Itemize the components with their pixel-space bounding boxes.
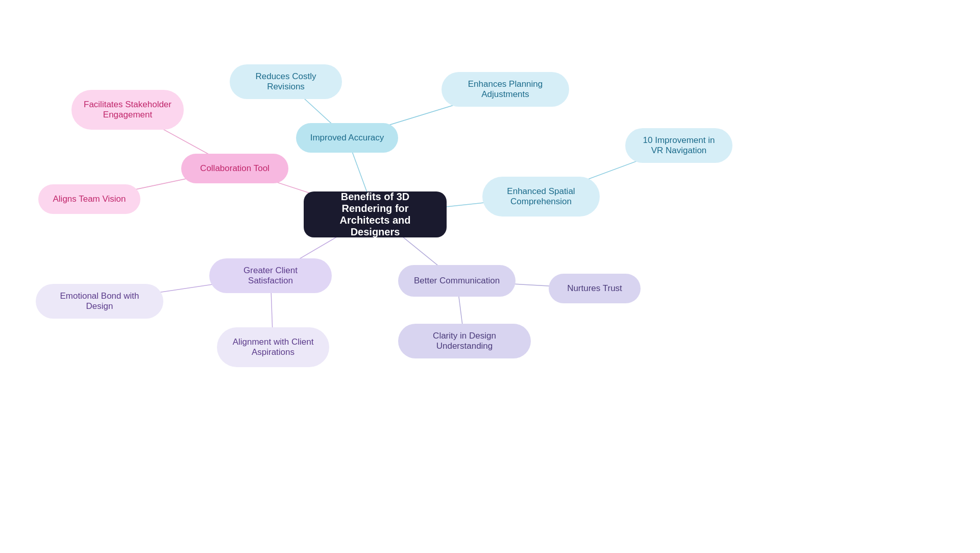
center-label: Benefits of 3D Rendering for Architects … bbox=[316, 191, 434, 238]
better-communication-label: Better Communication bbox=[414, 276, 500, 286]
enhanced-spatial-label: Enhanced Spatial Comprehension bbox=[495, 186, 587, 207]
alignment-client-node: Alignment with Client Aspirations bbox=[217, 327, 329, 367]
aligns-team-label: Aligns Team Vision bbox=[53, 194, 126, 204]
facilitates-stakeholder-label: Facilitates Stakeholder Engagement bbox=[84, 100, 172, 120]
enhances-planning-label: Enhances Planning Adjustments bbox=[454, 79, 557, 100]
aligns-team-node: Aligns Team Vision bbox=[38, 184, 140, 214]
nurtures-trust-label: Nurtures Trust bbox=[567, 283, 622, 294]
reduces-costly-label: Reduces Costly Revisions bbox=[242, 71, 330, 92]
improved-accuracy-node: Improved Accuracy bbox=[296, 123, 398, 153]
vr-navigation-node: 10 Improvement in VR Navigation bbox=[625, 128, 732, 163]
clarity-design-label: Clarity in Design Understanding bbox=[410, 331, 519, 351]
reduces-costly-node: Reduces Costly Revisions bbox=[230, 64, 342, 99]
center-node: Benefits of 3D Rendering for Architects … bbox=[304, 191, 447, 237]
clarity-design-node: Clarity in Design Understanding bbox=[398, 324, 531, 358]
greater-client-node: Greater Client Satisfaction bbox=[209, 258, 332, 293]
nurtures-trust-node: Nurtures Trust bbox=[549, 274, 641, 303]
emotional-bond-label: Emotional Bond with Design bbox=[48, 291, 151, 311]
greater-client-label: Greater Client Satisfaction bbox=[222, 266, 320, 286]
collaboration-tool-node: Collaboration Tool bbox=[181, 154, 288, 183]
collaboration-tool-label: Collaboration Tool bbox=[200, 163, 270, 174]
facilitates-stakeholder-node: Facilitates Stakeholder Engagement bbox=[71, 90, 184, 130]
enhances-planning-node: Enhances Planning Adjustments bbox=[442, 72, 569, 107]
better-communication-node: Better Communication bbox=[398, 265, 516, 297]
alignment-client-label: Alignment with Client Aspirations bbox=[229, 337, 317, 357]
mind-map-canvas: Benefits of 3D Rendering for Architects … bbox=[0, 0, 980, 553]
enhanced-spatial-node: Enhanced Spatial Comprehension bbox=[482, 177, 600, 217]
emotional-bond-node: Emotional Bond with Design bbox=[36, 284, 163, 319]
improved-accuracy-label: Improved Accuracy bbox=[310, 133, 384, 143]
vr-navigation-label: 10 Improvement in VR Navigation bbox=[638, 135, 720, 156]
